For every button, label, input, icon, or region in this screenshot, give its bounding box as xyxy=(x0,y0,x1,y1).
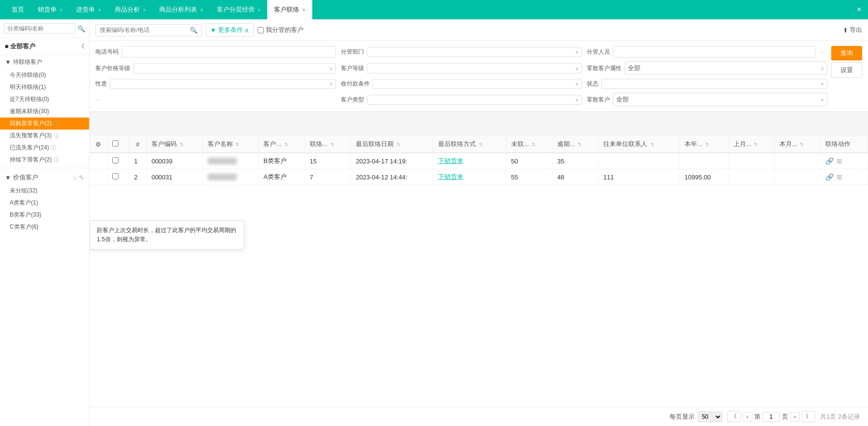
sparse-customer-select[interactable]: 全部∨ xyxy=(613,93,827,106)
link-icon[interactable]: 🔗 xyxy=(825,173,834,181)
nav-item-客户分层经营[interactable]: 客户分层经营× xyxy=(210,0,267,19)
sidebar-item-流失预警客户(3)[interactable]: 流失预警客户(3) ⓘ xyxy=(0,130,89,142)
select-all-checkbox[interactable] xyxy=(112,140,119,147)
sidebar-item-已流失客户(24)[interactable]: 已流失客户(24) ⓘ xyxy=(0,142,89,154)
edit-icon[interactable]: ✎ xyxy=(79,174,84,181)
manager-more-icon[interactable]: ··· xyxy=(818,48,827,56)
filter-customer-level: 客户等级 ∨ xyxy=(341,63,581,73)
th-this-month[interactable]: 本月... ⇅ xyxy=(775,136,821,153)
next-page-btn[interactable]: › xyxy=(790,412,800,422)
phone-input[interactable] xyxy=(122,46,336,58)
th-this-year[interactable]: 本年... ⇅ xyxy=(680,136,728,153)
settings-button[interactable]: 设置 xyxy=(831,62,862,78)
th-overdue[interactable]: 逾期... ⇅ xyxy=(552,136,598,153)
th-contacts[interactable]: 往来单位联系人 ⇅ xyxy=(598,136,680,153)
search-icon[interactable]: 🔍 xyxy=(190,27,198,34)
search-input[interactable] xyxy=(100,27,187,33)
close-all-tabs[interactable]: × xyxy=(857,5,861,14)
table-footer: 每页显示 50 100 200 《 ‹ 第 页 › 》 共1页 2条记录 xyxy=(90,407,868,426)
nav-item-销货单[interactable]: 销货单× xyxy=(31,0,69,19)
td-this-month xyxy=(775,169,821,185)
sidebar-item-逾期未联络(30)[interactable]: 逾期未联络(30) xyxy=(0,105,89,118)
th-name[interactable]: 客户名称 ⇅ xyxy=(202,136,259,153)
th-settings[interactable]: ⚙ xyxy=(90,136,107,153)
th-last-date[interactable]: 最后联络日期 ⇅ xyxy=(351,136,433,153)
nav-close-icon[interactable]: × xyxy=(98,7,101,13)
filter-customer-type: 客户类型 ∨ xyxy=(341,95,581,105)
sparse-attr-select[interactable]: 全部∨ xyxy=(624,61,827,75)
sidebar-item-近7天待联络(0)[interactable]: 近7天待联络(0) xyxy=(0,93,89,105)
sidebar-value-title[interactable]: ▼价值客户 ○ ✎ xyxy=(0,170,89,185)
nav-close-icon[interactable]: × xyxy=(60,7,62,13)
nav-item-首页[interactable]: 首页 xyxy=(5,0,31,19)
sidebar-item-持续下滑客户(2)[interactable]: 持续下滑客户(2) ⓘ xyxy=(0,154,89,166)
sidebar-value-item[interactable]: C类客户(6) xyxy=(0,221,89,233)
sidebar-section-pending-title[interactable]: ▼ 待联络客户 xyxy=(0,55,89,69)
more-conditions-btn[interactable]: ▼ 更多条件 ∧ xyxy=(206,23,254,37)
my-customers-checkbox-label[interactable]: 我分管的客户 xyxy=(258,26,304,34)
export-btn[interactable]: ⬆ 导出 xyxy=(843,26,862,34)
th-type[interactable]: 客户... ⇅ xyxy=(259,136,305,153)
per-page-select[interactable]: 50 100 200 xyxy=(698,411,722,422)
td-action: 🔗 ⊞ xyxy=(821,169,868,185)
nav-close-icon[interactable]: × xyxy=(143,7,146,13)
price-level-select[interactable]: ∨ xyxy=(133,63,336,73)
nav-item-商品分析[interactable]: 商品分析× xyxy=(108,0,152,19)
customer-level-select[interactable]: ∨ xyxy=(367,63,581,73)
nature-select[interactable]: ∨ xyxy=(110,79,336,89)
th-not-contact[interactable]: 未联... ⇅ xyxy=(506,136,552,153)
page-input[interactable] xyxy=(762,412,780,422)
filter-manager: 分管人员 ··· xyxy=(587,46,827,58)
th-code[interactable]: 客户编码 ⇅ xyxy=(146,136,202,153)
th-last-month[interactable]: 上月... ⇅ xyxy=(728,136,774,153)
last-method-link[interactable]: 下销货单 xyxy=(438,157,463,164)
sidebar-all-customers-header[interactable]: ■ 全部客户 《 xyxy=(0,38,89,55)
sidebar-item-anomaly[interactable]: 回购异常客户(2) ⓘ xyxy=(0,118,89,130)
nav-item-客户联络[interactable]: 客户联络× xyxy=(267,0,312,19)
last-page-btn[interactable]: 》 xyxy=(802,411,815,422)
sidebar-value-item[interactable]: B类客户(33) xyxy=(0,209,89,221)
payment-select[interactable]: ∨ xyxy=(373,79,581,89)
row-checkbox[interactable] xyxy=(112,173,119,179)
td-last-date: 2023-04-12 14:44: xyxy=(351,169,433,185)
sidebar-item-明天待联络(1)[interactable]: 明天待联络(1) xyxy=(0,81,89,93)
dept-select[interactable]: ∨ xyxy=(367,47,581,57)
nav-close-icon[interactable]: × xyxy=(200,7,203,13)
status-select[interactable]: ∨ xyxy=(601,79,827,89)
my-customers-checkbox[interactable] xyxy=(258,27,264,33)
sidebar-search-input[interactable] xyxy=(4,23,76,34)
info-icon: ⓘ xyxy=(54,156,59,163)
prev-page-btn[interactable]: ‹ xyxy=(743,412,752,422)
customer-type-select[interactable]: ∨ xyxy=(367,95,581,105)
row-checkbox[interactable] xyxy=(112,157,119,163)
td-settings xyxy=(90,153,107,169)
grid-icon[interactable]: ⊞ xyxy=(837,157,842,165)
circle-icon[interactable]: ○ xyxy=(73,174,77,181)
td-last-month xyxy=(728,169,774,185)
nav-item-商品分析列表[interactable]: 商品分析列表× xyxy=(152,0,210,19)
td-name xyxy=(202,169,259,185)
last-method-link[interactable]: 下销货单 xyxy=(438,173,463,180)
manager-input[interactable] xyxy=(613,46,815,58)
sidebar-value-item[interactable]: A类客户(1) xyxy=(0,197,89,209)
first-page-btn[interactable]: 《 xyxy=(727,411,741,422)
sidebar-item-今天待联络(0)[interactable]: 今天待联络(0) xyxy=(0,69,89,81)
filter-more-icon[interactable]: ··· xyxy=(95,96,100,103)
nav-close-icon[interactable]: × xyxy=(302,7,305,13)
sidebar-value-item[interactable]: 未分组(32) xyxy=(0,185,89,197)
info-icon: ⓘ xyxy=(54,132,59,139)
th-last-method[interactable]: 最后联络方式 ⇅ xyxy=(433,136,506,153)
nav-item-进货单[interactable]: 进货单× xyxy=(69,0,107,19)
grid-icon[interactable]: ⊞ xyxy=(837,173,842,181)
sidebar-collapse-icon[interactable]: 《 xyxy=(78,43,84,51)
query-button[interactable]: 查询 xyxy=(831,46,862,60)
arrow-icon: ▼ xyxy=(5,59,11,66)
nav-close-icon[interactable]: × xyxy=(258,7,260,13)
sparse-customer-label: 零散客户 xyxy=(587,96,610,104)
link-icon[interactable]: 🔗 xyxy=(825,157,834,165)
table-row: 1 000039 B类客户 15 2023-04-17 14:19: 下销货单 … xyxy=(90,153,868,169)
customer-type-label: 客户类型 xyxy=(341,96,364,104)
per-page-selector: 每页显示 50 100 200 xyxy=(670,411,722,422)
sidebar-search-icon[interactable]: 🔍 xyxy=(77,25,85,32)
th-contact[interactable]: 联络... ⇅ xyxy=(305,136,350,153)
